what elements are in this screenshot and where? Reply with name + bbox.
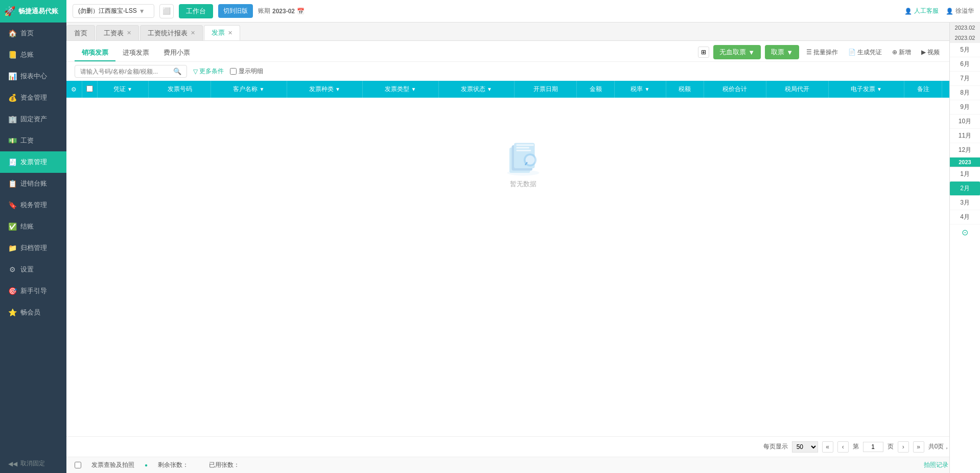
sidebar-item-funds[interactable]: 💰 资金管理 [0, 87, 66, 108]
company-icon-btn[interactable]: ⬜ [159, 4, 174, 18]
video-button[interactable]: ▶ 视频 [918, 46, 943, 59]
date-month-3[interactable]: 3月 [950, 196, 980, 210]
search-field[interactable]: 🔍 [75, 65, 187, 78]
period-label: 账期 2023-02 📅 [258, 7, 305, 15]
tab-invoice[interactable]: 发票 ✕ [204, 25, 240, 40]
last-page-btn[interactable]: » [913, 441, 924, 453]
sub-tab-purchase[interactable]: 进项发票 [115, 45, 156, 61]
col-customer: 客户名称 ▼ [211, 81, 287, 98]
sidebar-item-home[interactable]: 🏠 首页 [0, 22, 66, 44]
invoice-category-filter-icon[interactable]: ▼ [411, 86, 416, 92]
page-input[interactable] [863, 442, 883, 452]
remaining-label: 剩余张数： [158, 461, 189, 469]
invoice-button[interactable]: 取票 ▼ [765, 45, 799, 59]
company-dropdown-icon: ▼ [139, 8, 145, 15]
assets-icon: 🏢 [8, 115, 16, 123]
sub-tab-sales[interactable]: 销项发票 [75, 45, 115, 61]
sidebar-unpin[interactable]: ◀◀ 取消固定 [0, 454, 66, 473]
company-selector[interactable]: (勿删）江西服宝-LSS ▼ [73, 4, 154, 18]
select-all-checkbox[interactable] [86, 85, 93, 92]
sidebar-item-ledger[interactable]: 📒 总账 [0, 44, 66, 65]
salary-tab-close[interactable]: ✕ [127, 30, 131, 36]
no-invoice-button[interactable]: 无血取票 ▼ [713, 45, 761, 59]
first-page-btn[interactable]: « [822, 441, 833, 453]
sidebar-item-assets[interactable]: 🏢 固定资产 [0, 108, 66, 130]
date-month-6[interactable]: 6月 [950, 57, 980, 72]
tab-salary[interactable]: 工资表 ✕ [96, 25, 139, 40]
purchase-tab-label: 进项发票 [123, 49, 149, 56]
sidebar-item-tax-mgmt[interactable]: 🔖 税务管理 [0, 194, 66, 216]
tab-bar: 首页 工资表 ✕ 工资统计报表 ✕ 发票 ✕ ✕ ⬜ [66, 22, 980, 41]
archive-icon: 📁 [8, 244, 16, 252]
invoice-status-filter-icon[interactable]: ▼ [487, 86, 492, 92]
ledger-icon: 📒 [8, 51, 16, 59]
invoice-type-filter-icon[interactable]: ▼ [335, 86, 340, 92]
tax-rate-filter-icon[interactable]: ▼ [644, 86, 649, 92]
empty-state-icon [500, 139, 546, 179]
search-input[interactable] [80, 68, 170, 75]
user-menu[interactable]: 👤 徐溢华 [946, 7, 974, 15]
customer-filter-icon[interactable]: ▼ [259, 86, 264, 92]
col-amount: 金额 [577, 81, 615, 98]
batch-op-button[interactable]: ☰ 批量操作 [803, 46, 841, 59]
layout-icon-btn[interactable]: ⊞ [698, 47, 709, 58]
salary-stat-tab-close[interactable]: ✕ [191, 30, 195, 36]
voucher-filter-icon[interactable]: ▼ [127, 86, 132, 92]
date-month-2-active[interactable]: 2月 [950, 182, 980, 196]
date-month-8[interactable]: 8月 [950, 86, 980, 100]
filter-icon: ▽ [193, 68, 198, 75]
invoice-mgmt-icon: 🧾 [8, 158, 16, 166]
sidebar-item-membership[interactable]: ⭐ 畅会员 [0, 302, 66, 323]
date-panel: 2023.02 2023.02 5月 6月 7月 8月 9月 10月 11月 1… [949, 22, 980, 473]
prev-icon: ‹ [842, 443, 844, 451]
more-filter-button[interactable]: ▽ 更多条件 [193, 67, 224, 76]
last-icon: » [917, 443, 920, 451]
col-tax-total: 税价合计 [704, 81, 766, 98]
svg-rect-6 [517, 150, 531, 151]
first-icon: « [826, 443, 829, 451]
add-record-link[interactable]: 拍照记录 [924, 461, 948, 469]
sidebar-item-sales-ledger[interactable]: 📋 进销台账 [0, 173, 66, 194]
gen-voucher-button[interactable]: 📄 生成凭证 [845, 46, 885, 59]
col-invoice-category: 发票类型 ▼ [363, 81, 439, 98]
col-check[interactable] [82, 81, 97, 98]
sidebar-item-guide[interactable]: 🎯 新手引导 [0, 280, 66, 302]
tab-home[interactable]: 首页 [66, 25, 95, 40]
sidebar-item-salary[interactable]: 💵 工资 [0, 130, 66, 151]
prev-page-btn[interactable]: ‹ [837, 441, 849, 453]
new-button[interactable]: ⊕ 新增 [889, 46, 914, 59]
e-invoice-filter-icon[interactable]: ▼ [877, 86, 882, 92]
page-size-select[interactable]: 50 20 100 [792, 441, 818, 453]
sales-tab-label: 销项发票 [82, 49, 108, 56]
date-month-1[interactable]: 1月 [950, 167, 980, 182]
date-month-11[interactable]: 11月 [950, 129, 980, 143]
sidebar-item-reports[interactable]: 📊 报表中心 [0, 65, 66, 87]
sub-tab-expense[interactable]: 费用小票 [156, 45, 197, 61]
sidebar-item-invoice-mgmt[interactable]: 🧾 发票管理 [0, 151, 66, 173]
show-detail-checkbox[interactable] [230, 68, 237, 75]
date-month-5[interactable]: 5月 [950, 43, 980, 57]
invoice-table-container: ⚙ 凭证 ▼ 发票号码 客户名称 ▼ 发票种类 ▼ 发票类型 ▼ 发票状态 ▼ … [66, 81, 980, 436]
date-month-12[interactable]: 12月 [950, 143, 980, 157]
sidebar-item-settings[interactable]: ⚙ 设置 [0, 259, 66, 280]
sales-ledger-label: 进销台账 [20, 179, 47, 188]
date-month-4[interactable]: 4月 [950, 210, 980, 224]
date-month-9[interactable]: 9月 [950, 100, 980, 115]
show-detail-toggle[interactable]: 显示明细 [230, 67, 263, 76]
col-settings[interactable]: ⚙ [66, 81, 82, 98]
next-page-btn[interactable]: › [898, 441, 909, 453]
settings-icon: ⚙ [8, 265, 16, 274]
date-panel-collapse[interactable]: ⊙ [950, 224, 980, 240]
date-month-7[interactable]: 7月 [950, 72, 980, 86]
tab-salary-stat[interactable]: 工资统计报表 ✕ [140, 25, 203, 40]
service-button[interactable]: 👤 人工客服 [904, 7, 939, 15]
page-prefix: 第 [853, 442, 859, 451]
switch-version-button[interactable]: 切到旧版 [218, 4, 253, 18]
workbench-button[interactable]: 工作台 [179, 4, 213, 18]
verify-checkbox[interactable] [75, 462, 81, 468]
date-month-10[interactable]: 10月 [950, 115, 980, 129]
sidebar-item-archive[interactable]: 📁 归档管理 [0, 237, 66, 259]
sidebar-item-settlement[interactable]: ✅ 结账 [0, 216, 66, 237]
invoice-tab-close[interactable]: ✕ [228, 30, 232, 36]
salary-label: 工资 [20, 136, 34, 145]
